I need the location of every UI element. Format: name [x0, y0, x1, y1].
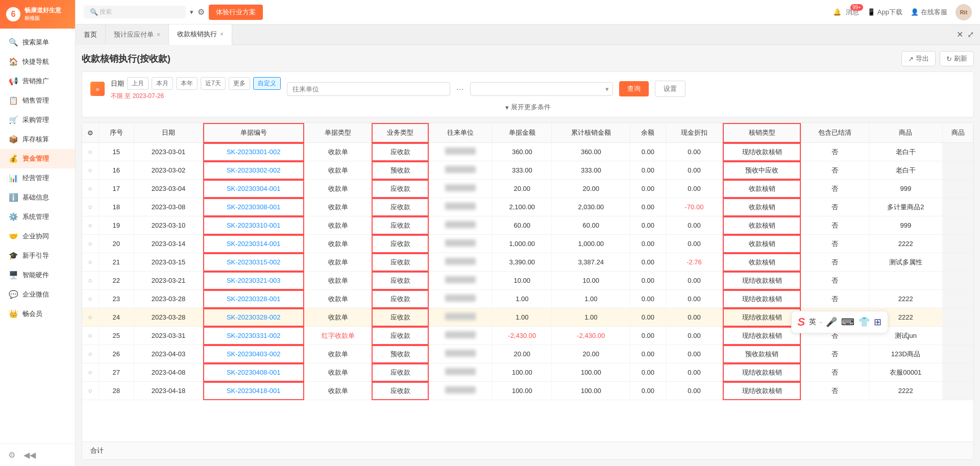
- partner-input[interactable]: [287, 82, 450, 96]
- cell-sn[interactable]: SK-20230408-001: [203, 363, 304, 382]
- receipt-type-select[interactable]: [470, 82, 613, 96]
- settings-button[interactable]: 设置: [655, 81, 685, 97]
- cell-sn[interactable]: SK-20230328-001: [203, 290, 304, 308]
- sidebar-item-member[interactable]: 👑 畅会员: [0, 304, 75, 324]
- cell-order: 21: [99, 253, 134, 272]
- export-button[interactable]: ↗ 导出: [901, 51, 936, 66]
- cell-sn[interactable]: SK-20230302-002: [203, 161, 304, 180]
- cell-sn[interactable]: SK-20230328-002: [203, 308, 304, 327]
- cell-sn[interactable]: SK-20230301-002: [203, 143, 304, 161]
- tab-home[interactable]: 首页: [76, 24, 106, 45]
- table-wrapper[interactable]: ⚙ 序号 日期 单据编号 单据类型 业务类型 往来单位 单据金额 累计核销金额 …: [82, 123, 973, 442]
- sidebar-item-sales[interactable]: 📋 销售管理: [0, 91, 75, 110]
- filter-custom-btn[interactable]: 自定义: [253, 77, 281, 90]
- cell-settings[interactable]: ○: [82, 290, 99, 308]
- table-row[interactable]: ○ 19 2023-03-10 SK-20230310-001 收款单 应收款 …: [82, 216, 973, 235]
- sidebar-item-wechat[interactable]: 💬 企业微信: [0, 285, 75, 304]
- tab-collection-close-icon[interactable]: ×: [220, 31, 224, 38]
- cell-sn[interactable]: SK-20230331-002: [203, 327, 304, 345]
- cell-settings[interactable]: ○: [82, 382, 99, 400]
- app-download-label: App下载: [877, 8, 902, 17]
- filter-more-btn[interactable]: 更多: [229, 77, 250, 90]
- cell-sn[interactable]: SK-20230314-001: [203, 235, 304, 253]
- table-row[interactable]: ○ 17 2023-03-04 SK-20230304-001 收款单 应收款 …: [82, 180, 973, 198]
- filter-7days-btn[interactable]: 近7天: [201, 77, 226, 90]
- filter-this-year-btn[interactable]: 本年: [176, 77, 198, 90]
- sidebar-item-guide[interactable]: 🎓 新手引导: [0, 246, 75, 265]
- tab-collection[interactable]: 收款核销执行 ×: [169, 24, 232, 45]
- topbar-dropdown[interactable]: ▾: [190, 8, 193, 16]
- filter-last-month-btn[interactable]: 上月: [127, 77, 149, 90]
- cell-sn[interactable]: SK-20230315-002: [203, 253, 304, 272]
- filter-expand-button[interactable]: »: [90, 82, 105, 96]
- sidebar-item-hardware[interactable]: 🖥️ 智能硬件: [0, 265, 75, 285]
- cell-settings[interactable]: ○: [82, 161, 99, 180]
- table-row[interactable]: ○ 26 2023-04-03 SK-20230403-002 收款单 预收款 …: [82, 345, 973, 363]
- tab-prepay-close-icon[interactable]: ×: [157, 31, 160, 38]
- refresh-button[interactable]: ↻ 刷新: [940, 51, 974, 66]
- grid-icon[interactable]: ⊞: [874, 316, 881, 328]
- query-button[interactable]: 查询: [619, 81, 649, 96]
- cell-settings[interactable]: ○: [82, 198, 99, 216]
- table-row[interactable]: ○ 20 2023-03-14 SK-20230314-001 收款单 应收款 …: [82, 235, 973, 253]
- sidebar-item-search[interactable]: 🔍 搜索菜单: [0, 33, 75, 52]
- cell-sn[interactable]: SK-20230418-001: [203, 382, 304, 400]
- settings-icon[interactable]: ⚙: [8, 450, 15, 460]
- shirt-icon[interactable]: 👕: [859, 316, 870, 328]
- cell-biz-type: 应收款: [372, 235, 429, 253]
- industry-solution-button[interactable]: 体验行业方案: [209, 5, 263, 20]
- sidebar-item-basic[interactable]: ℹ️ 基础信息: [0, 188, 75, 207]
- cell-settings[interactable]: ○: [82, 143, 99, 161]
- table-row[interactable]: ○ 18 2023-03-08 SK-20230308-001 收款单 应收款 …: [82, 198, 973, 216]
- message-icon[interactable]: 🔔 99+ 消息: [833, 7, 859, 17]
- sidebar-item-nav[interactable]: 🏠 快捷导航: [0, 52, 75, 71]
- sidebar-item-operation[interactable]: 📊 经营管理: [0, 168, 75, 188]
- cell-settings[interactable]: ○: [82, 363, 99, 382]
- cell-settings[interactable]: ○: [82, 253, 99, 272]
- topbar-search-area[interactable]: 🔍 搜索: [84, 6, 186, 18]
- table-row[interactable]: ○ 28 2023-04-18 SK-20230418-001 收款单 应收款 …: [82, 382, 973, 400]
- cell-settings[interactable]: ○: [82, 345, 99, 363]
- app-download-link[interactable]: 📱 App下载: [867, 8, 902, 17]
- online-service-link[interactable]: 👤 在线客服: [911, 8, 947, 17]
- cell-receipt-type: 收款单: [304, 345, 372, 363]
- cell-sn[interactable]: SK-20230304-001: [203, 180, 304, 198]
- cell-amount: 20.00: [493, 345, 552, 363]
- sidebar-item-marketing[interactable]: 📢 营销推广: [0, 71, 75, 91]
- cell-sn[interactable]: SK-20230308-001: [203, 198, 304, 216]
- sidebar-item-finance[interactable]: 💰 资金管理: [0, 149, 75, 168]
- table-row[interactable]: ○ 16 2023-03-02 SK-20230302-002 收款单 预收款 …: [82, 161, 973, 180]
- table-row[interactable]: ○ 23 2023-03-28 SK-20230328-001 收款单 应收款 …: [82, 290, 973, 308]
- sidebar-item-enterprise[interactable]: 🤝 企业协同: [0, 227, 75, 246]
- sidebar-item-system[interactable]: ⚙️ 系统管理: [0, 207, 75, 227]
- sidebar-item-purchase[interactable]: 🛒 采购管理: [0, 110, 75, 130]
- tab-expand-icon[interactable]: ⤢: [967, 30, 974, 39]
- cell-sn[interactable]: SK-20230403-002: [203, 345, 304, 363]
- cell-settings[interactable]: ○: [82, 327, 99, 345]
- cell-settings[interactable]: ○: [82, 216, 99, 235]
- filter-this-month-btn[interactable]: 本月: [152, 77, 173, 90]
- cell-settings[interactable]: ○: [82, 180, 99, 198]
- table-row[interactable]: ○ 27 2023-04-08 SK-20230408-001 收款单 应收款 …: [82, 363, 973, 382]
- collapse-icon[interactable]: ◀◀: [23, 450, 36, 460]
- table-row[interactable]: ○ 22 2023-03-21 SK-20230321-003 收款单 应收款 …: [82, 272, 973, 290]
- table-row[interactable]: ○ 15 2023-03-01 SK-20230301-002 收款单 应收款 …: [82, 143, 973, 161]
- sidebar-item-inventory[interactable]: 📦 库存核算: [0, 130, 75, 149]
- th-settings[interactable]: ⚙: [82, 123, 99, 143]
- filter-dots[interactable]: ···: [456, 84, 464, 94]
- table-row[interactable]: ○ 21 2023-03-15 SK-20230315-002 收款单 应收款 …: [82, 253, 973, 272]
- cell-settings[interactable]: ○: [82, 272, 99, 290]
- cell-settings[interactable]: ○: [82, 308, 99, 327]
- expand-more-button[interactable]: ▾ 展开更多条件: [505, 103, 551, 112]
- mic-icon[interactable]: 🎤: [826, 316, 837, 328]
- cell-amount: 100.00: [493, 363, 552, 382]
- cell-settings[interactable]: ○: [82, 235, 99, 253]
- cell-sn[interactable]: SK-20230321-003: [203, 272, 304, 290]
- keyboard-icon[interactable]: ⌨: [841, 316, 854, 328]
- cell-sn[interactable]: SK-20230310-001: [203, 216, 304, 235]
- topbar-gear-icon[interactable]: ⚙: [198, 7, 205, 17]
- tab-prepay[interactable]: 预计应应付单 ×: [106, 24, 169, 45]
- avatar[interactable]: Rit: [955, 4, 972, 20]
- cell-incl-settled: 否: [801, 363, 869, 382]
- tab-close-icon[interactable]: ✕: [957, 30, 963, 39]
